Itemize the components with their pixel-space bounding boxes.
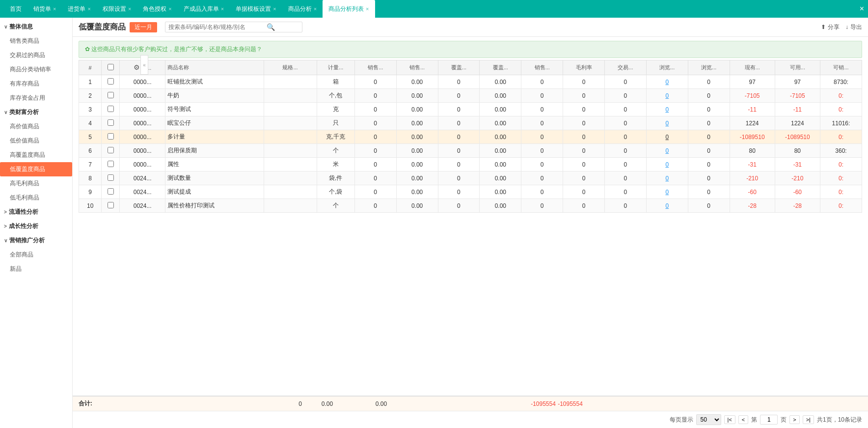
nav-home[interactable]: 首页	[4, 0, 27, 18]
col-header-name: 商品名称	[165, 60, 264, 75]
cell-spec	[264, 158, 317, 171]
search-input[interactable]	[168, 24, 267, 30]
cell-sales-qty: 0	[354, 171, 396, 185]
sidebar-collapse-button[interactable]: «	[140, 55, 148, 75]
sidebar-item-high-margin[interactable]: 高毛利商品	[0, 176, 72, 191]
cell-browse1[interactable]: 0	[646, 116, 688, 130]
row-checkbox[interactable]	[108, 188, 114, 195]
cell-check[interactable]	[102, 158, 120, 171]
first-page-button[interactable]: |<	[724, 415, 735, 424]
row-checkbox[interactable]	[108, 106, 114, 112]
cell-check[interactable]	[102, 185, 120, 199]
cell-check[interactable]	[102, 130, 120, 144]
sidebar-item-traded-goods[interactable]: 交易过的商品	[0, 48, 72, 62]
last-page-button[interactable]: >|	[803, 415, 814, 424]
cell-browse1[interactable]: 0	[646, 158, 688, 171]
nav-close-icon[interactable]: ×	[53, 6, 56, 12]
nav-close-active-icon[interactable]: ×	[366, 6, 369, 12]
nav-template-settings[interactable]: 单据模板设置 ×	[230, 0, 282, 18]
export-button[interactable]: ↓ 导出	[845, 23, 862, 31]
cell-browse1[interactable]: 0	[646, 144, 688, 158]
nav-close-icon[interactable]: ×	[273, 6, 276, 12]
settings-icon[interactable]: ⚙	[134, 63, 140, 71]
nav-close-icon[interactable]: ×	[314, 6, 317, 12]
cell-check[interactable]	[102, 75, 120, 89]
nav-product-analysis-list[interactable]: 商品分析列表 ×	[323, 0, 375, 18]
cell-sales-qty: 0	[354, 158, 396, 171]
cell-code: 0024...	[120, 199, 165, 213]
nav-close-icon[interactable]: ×	[87, 6, 90, 12]
nav-permission[interactable]: 权限设置 ×	[97, 0, 137, 18]
sidebar-item-sales-goods[interactable]: 销售类商品	[0, 34, 72, 48]
info-banner: ✿ 这些商品只有很少客户购买过，是推广不够，还是商品本身问题？	[79, 41, 862, 58]
row-checkbox[interactable]	[108, 78, 114, 85]
select-all-checkbox[interactable]	[108, 64, 114, 70]
sidebar-section-wealth[interactable]: ∨ 类财富分析	[0, 105, 72, 119]
section-arrow-icon: ∨	[4, 110, 7, 115]
cell-current: -1089510	[730, 130, 775, 144]
cell-check[interactable]	[102, 103, 120, 116]
cell-name: 符号测试	[165, 103, 264, 116]
nav-close-icon[interactable]: ×	[168, 6, 171, 12]
cell-sales3: 0	[521, 130, 563, 144]
share-button[interactable]: ⬆ 分享	[821, 23, 840, 31]
cell-saleable: 360:	[820, 144, 862, 158]
sidebar-item-stock-goods[interactable]: 有库存商品	[0, 77, 72, 91]
sidebar-section-overall[interactable]: ∨ 整体信息	[0, 20, 72, 34]
nav-close-icon[interactable]: ×	[221, 6, 224, 12]
cell-browse1[interactable]: 0	[646, 199, 688, 213]
cell-spec	[264, 144, 317, 158]
cell-check[interactable]	[102, 116, 120, 130]
row-checkbox[interactable]	[108, 174, 114, 181]
prev-page-button[interactable]: <	[738, 415, 748, 424]
cell-browse1[interactable]: 0	[646, 89, 688, 103]
sidebar-section-marketing[interactable]: ∨ 营销推广分析	[0, 233, 72, 248]
nav-finished-goods[interactable]: 产成品入库单 ×	[178, 0, 230, 18]
row-checkbox[interactable]	[108, 133, 114, 140]
cell-cover2: 0.00	[480, 185, 521, 199]
per-page-label: 每页显示	[670, 416, 693, 424]
cell-gross-margin: 0	[563, 185, 605, 199]
filter-period-button[interactable]: 近一月	[130, 22, 157, 32]
sidebar-item-high-coverage[interactable]: 高覆盖度商品	[0, 148, 72, 162]
sidebar-item-high-value[interactable]: 高价值商品	[0, 119, 72, 134]
cell-spec	[264, 171, 317, 185]
cell-check[interactable]	[102, 199, 120, 213]
cell-sales3: 0	[521, 144, 563, 158]
sidebar-item-low-coverage[interactable]: 低覆盖度商品	[0, 162, 72, 176]
sidebar-item-new-goods[interactable]: 新品	[0, 262, 72, 276]
cell-browse1[interactable]: 0	[646, 75, 688, 89]
cell-check[interactable]	[102, 171, 120, 185]
nav-close-icon[interactable]: ×	[128, 6, 131, 12]
nav-purchase-order[interactable]: 进货单 ×	[62, 0, 96, 18]
cell-gross-margin: 0	[563, 199, 605, 213]
table-row: 2 0000... 牛奶 个,包 0 0.00 0 0.00 0 0 0 0 0…	[79, 89, 862, 103]
sidebar-item-category-rate[interactable]: 商品分类动销率	[0, 62, 72, 77]
per-page-select[interactable]: 50 100 200	[696, 414, 721, 425]
row-checkbox[interactable]	[108, 147, 114, 153]
nav-role-auth[interactable]: 角色授权 ×	[137, 0, 177, 18]
nav-product-analysis[interactable]: 商品分析 ×	[282, 0, 323, 18]
sidebar-item-stock-capital[interactable]: 库存资金占用	[0, 91, 72, 105]
cell-browse1[interactable]: 0	[646, 130, 688, 144]
sidebar-item-low-margin[interactable]: 低毛利商品	[0, 191, 72, 205]
row-checkbox[interactable]	[108, 119, 114, 126]
sidebar-item-low-value[interactable]: 低价值商品	[0, 134, 72, 148]
sidebar-section-growth[interactable]: > 成长性分析	[0, 219, 72, 233]
row-checkbox[interactable]	[108, 202, 114, 208]
sidebar-item-all-goods[interactable]: 全部商品	[0, 248, 72, 262]
close-all-tabs-button[interactable]: ×	[860, 4, 864, 13]
cell-browse1[interactable]: 0	[646, 171, 688, 185]
cell-trade: 0	[605, 130, 647, 144]
next-page-button[interactable]: >	[789, 415, 799, 424]
row-checkbox[interactable]	[108, 92, 114, 98]
sidebar-section-liquidity[interactable]: > 流通性分析	[0, 205, 72, 219]
search-icon[interactable]: 🔍	[267, 23, 275, 31]
cell-browse1[interactable]: 0	[646, 103, 688, 116]
cell-browse1[interactable]: 0	[646, 185, 688, 199]
cell-check[interactable]	[102, 144, 120, 158]
cell-check[interactable]	[102, 89, 120, 103]
row-checkbox[interactable]	[108, 161, 114, 167]
page-number-input[interactable]	[760, 415, 778, 425]
nav-sales-order[interactable]: 销货单 ×	[27, 0, 62, 18]
